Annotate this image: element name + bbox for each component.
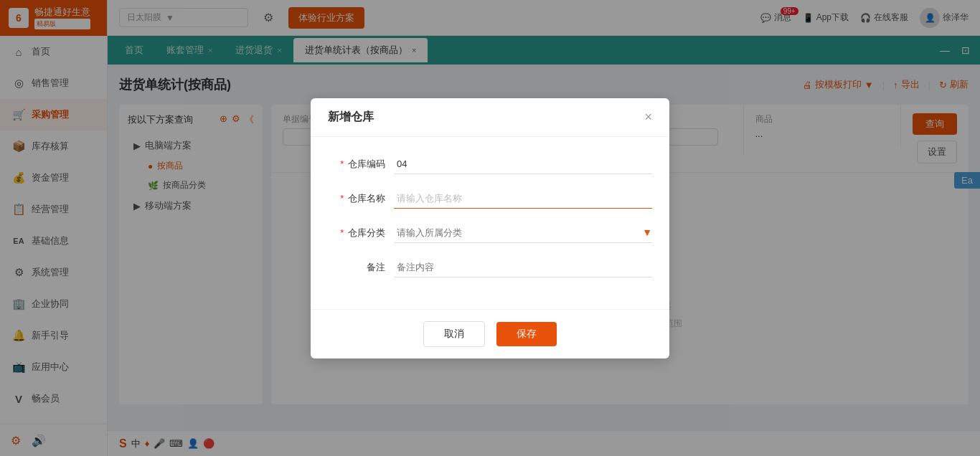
form-item-notes: 备注 (328, 257, 652, 277)
modal-overlay: 新增仓库 × * 仓库编码 * 仓库名称 (0, 0, 980, 456)
modal-footer: 取消 保存 (311, 309, 669, 358)
warehouse-category-input[interactable] (394, 223, 642, 242)
modal-close-icon[interactable]: × (644, 110, 652, 123)
form-item-code: * 仓库编码 (328, 154, 652, 174)
warehouse-category-label: * 仓库分类 (328, 227, 385, 239)
warehouse-name-input[interactable] (394, 189, 652, 209)
save-button[interactable]: 保存 (496, 322, 557, 346)
form-item-category: * 仓库分类 ▼ (328, 223, 652, 243)
category-dropdown-icon: ▼ (642, 227, 652, 238)
warehouse-code-input[interactable] (394, 154, 652, 174)
warehouse-code-label: * 仓库编码 (328, 158, 385, 171)
modal-title: 新增仓库 (328, 110, 374, 125)
form-item-name: * 仓库名称 (328, 189, 652, 209)
warehouse-category-select[interactable]: ▼ (394, 223, 652, 243)
cancel-button[interactable]: 取消 (423, 321, 485, 347)
modal-body: * 仓库编码 * 仓库名称 * (311, 137, 669, 309)
notes-input[interactable] (394, 257, 652, 277)
modal-header: 新增仓库 × (311, 98, 669, 137)
warehouse-name-label: * 仓库名称 (328, 192, 385, 205)
add-warehouse-modal: 新增仓库 × * 仓库编码 * 仓库名称 (311, 98, 669, 358)
notes-label: 备注 (328, 261, 385, 274)
